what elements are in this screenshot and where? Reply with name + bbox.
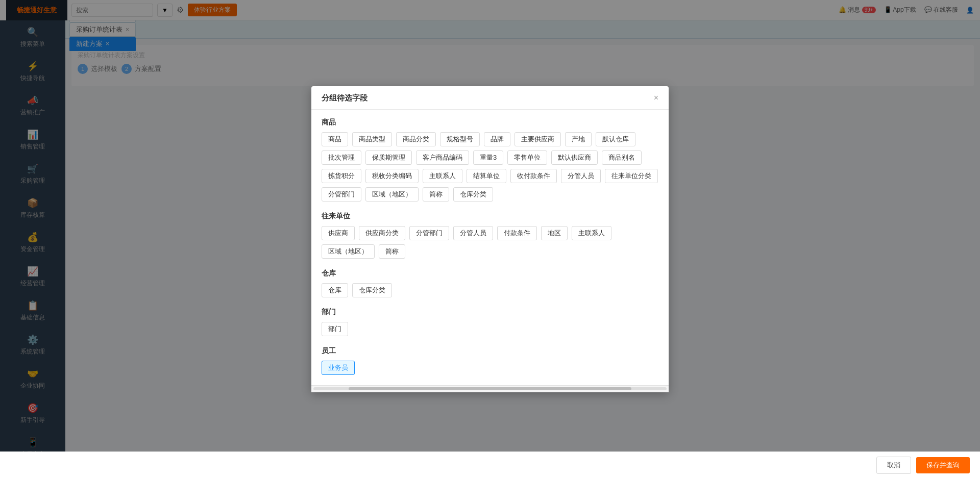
field-section-4: 员工业务员 xyxy=(322,346,658,375)
modal: 分组待选字段 × 商品商品商品类型商品分类规格型号品牌主要供应商产地默认仓库批次… xyxy=(311,86,669,392)
field-tag-1-6[interactable]: 主联系人 xyxy=(572,226,611,240)
field-tag-0-20[interactable]: 分管人员 xyxy=(561,169,601,183)
modal-horizontal-scrollbar[interactable] xyxy=(311,385,669,392)
field-tag-0-14[interactable]: 商品别名 xyxy=(602,150,642,165)
field-tag-0-23[interactable]: 区域（地区） xyxy=(365,187,419,202)
field-tag-0-4[interactable]: 品牌 xyxy=(484,132,510,146)
field-tag-0-3[interactable]: 规格型号 xyxy=(440,132,480,146)
field-tag-2-0[interactable]: 仓库 xyxy=(322,283,348,297)
field-grid-4: 业务员 xyxy=(322,361,658,375)
field-tag-1-1[interactable]: 供应商分类 xyxy=(359,226,405,240)
modal-close-button[interactable]: × xyxy=(654,93,658,103)
cancel-button[interactable]: 取消 xyxy=(876,457,911,474)
field-tag-0-22[interactable]: 分管部门 xyxy=(322,187,361,202)
field-tag-1-8[interactable]: 简称 xyxy=(379,244,405,259)
modal-sections-container: 商品商品商品类型商品分类规格型号品牌主要供应商产地默认仓库批次管理保质期管理客户… xyxy=(322,118,658,385)
save-button[interactable]: 保存并查询 xyxy=(916,457,970,473)
field-tag-4-0[interactable]: 业务员 xyxy=(322,361,355,375)
modal-title: 分组待选字段 xyxy=(322,93,368,103)
field-tag-0-9[interactable]: 保质期管理 xyxy=(365,150,412,165)
field-tag-0-0[interactable]: 商品 xyxy=(322,132,348,146)
section-title-0: 商品 xyxy=(322,118,658,127)
field-tag-3-0[interactable]: 部门 xyxy=(322,322,348,336)
field-tag-0-7[interactable]: 默认仓库 xyxy=(596,132,635,146)
hscroll-track xyxy=(313,387,667,390)
field-grid-1: 供应商供应商分类分管部门分管人员付款条件地区主联系人区域（地区）简称 xyxy=(322,226,658,259)
field-tag-1-0[interactable]: 供应商 xyxy=(322,226,355,240)
section-title-1: 往来单位 xyxy=(322,212,658,221)
field-tag-0-1[interactable]: 商品类型 xyxy=(352,132,392,146)
section-title-2: 仓库 xyxy=(322,269,658,278)
hscroll-thumb xyxy=(349,387,631,390)
field-tag-1-7[interactable]: 区域（地区） xyxy=(322,244,375,259)
field-grid-0: 商品商品类型商品分类规格型号品牌主要供应商产地默认仓库批次管理保质期管理客户商品… xyxy=(322,132,658,202)
field-tag-0-2[interactable]: 商品分类 xyxy=(396,132,436,146)
modal-overlay: 分组待选字段 × 商品商品商品类型商品分类规格型号品牌主要供应商产地默认仓库批次… xyxy=(0,0,980,478)
field-grid-3: 部门 xyxy=(322,322,658,336)
section-title-3: 部门 xyxy=(322,308,658,317)
field-tag-0-18[interactable]: 结算单位 xyxy=(467,169,506,183)
field-tag-0-10[interactable]: 客户商品编码 xyxy=(416,150,469,165)
field-tag-0-15[interactable]: 拣货积分 xyxy=(322,169,361,183)
field-tag-0-6[interactable]: 产地 xyxy=(565,132,592,146)
field-tag-0-19[interactable]: 收付款条件 xyxy=(510,169,557,183)
page-footer: 取消 保存并查询 xyxy=(0,451,980,478)
field-section-3: 部门部门 xyxy=(322,308,658,336)
field-tag-2-1[interactable]: 仓库分类 xyxy=(352,283,392,297)
field-tag-1-4[interactable]: 付款条件 xyxy=(497,226,537,240)
modal-header: 分组待选字段 × xyxy=(311,86,669,110)
field-tag-0-11[interactable]: 重量3 xyxy=(473,150,503,165)
field-tag-0-12[interactable]: 零售单位 xyxy=(507,150,547,165)
field-tag-1-2[interactable]: 分管部门 xyxy=(409,226,449,240)
field-tag-0-8[interactable]: 批次管理 xyxy=(322,150,361,165)
field-tag-0-17[interactable]: 主联系人 xyxy=(423,169,462,183)
field-tag-1-5[interactable]: 地区 xyxy=(541,226,568,240)
field-tag-0-25[interactable]: 仓库分类 xyxy=(453,187,493,202)
field-tag-1-3[interactable]: 分管人员 xyxy=(453,226,493,240)
field-section-1: 往来单位供应商供应商分类分管部门分管人员付款条件地区主联系人区域（地区）简称 xyxy=(322,212,658,259)
modal-body[interactable]: 商品商品商品类型商品分类规格型号品牌主要供应商产地默认仓库批次管理保质期管理客户… xyxy=(311,110,669,385)
field-section-2: 仓库仓库仓库分类 xyxy=(322,269,658,297)
field-tag-0-21[interactable]: 往来单位分类 xyxy=(605,169,658,183)
field-tag-0-24[interactable]: 简称 xyxy=(423,187,449,202)
field-tag-0-16[interactable]: 税收分类编码 xyxy=(365,169,419,183)
field-section-0: 商品商品商品类型商品分类规格型号品牌主要供应商产地默认仓库批次管理保质期管理客户… xyxy=(322,118,658,202)
field-tag-0-13[interactable]: 默认供应商 xyxy=(551,150,598,165)
field-grid-2: 仓库仓库分类 xyxy=(322,283,658,297)
section-title-4: 员工 xyxy=(322,346,658,356)
field-tag-0-5[interactable]: 主要供应商 xyxy=(514,132,561,146)
